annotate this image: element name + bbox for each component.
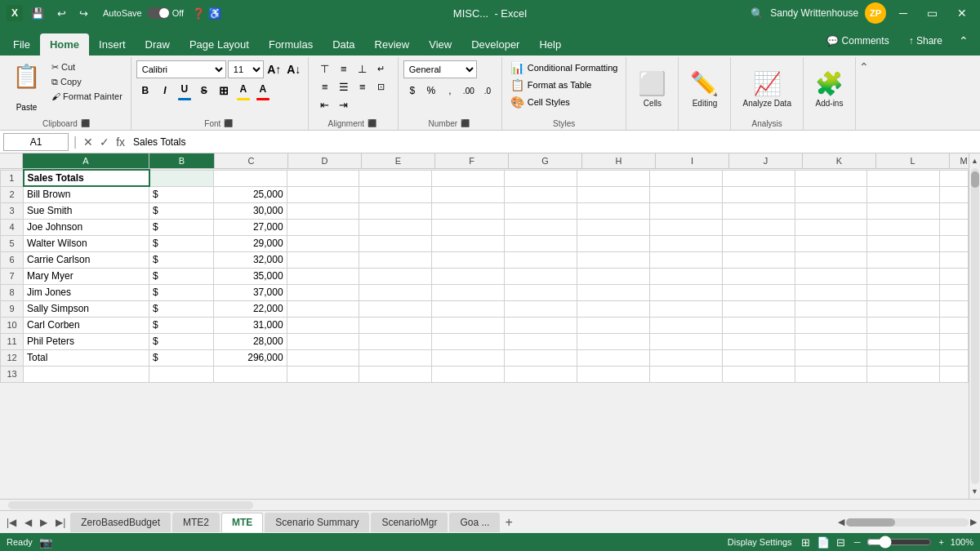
cell-i2[interactable] xyxy=(649,186,722,202)
col-header-g[interactable]: G xyxy=(509,153,582,168)
cell-k9[interactable] xyxy=(795,300,867,317)
share-button[interactable]: ↑ Share xyxy=(901,29,951,52)
scroll-track[interactable] xyxy=(971,168,979,484)
cell-i13[interactable] xyxy=(649,366,722,382)
tab-pagelayout[interactable]: Page Layout xyxy=(180,33,259,56)
cell-i12[interactable] xyxy=(649,349,722,366)
cell-l13[interactable] xyxy=(867,366,940,382)
cell-reference-input[interactable] xyxy=(3,133,69,151)
cell-a3[interactable]: Sue Smith xyxy=(24,202,149,219)
conditional-formatting-item[interactable]: 📊 Conditional Formatting xyxy=(507,60,621,75)
cell-k13[interactable] xyxy=(795,366,867,382)
cell-g3[interactable] xyxy=(505,202,577,219)
cell-i7[interactable] xyxy=(649,268,722,284)
hscroll-bar[interactable] xyxy=(846,518,969,527)
font-expand-icon[interactable]: ⬛ xyxy=(222,119,234,127)
cell-a8[interactable]: Jim Jones xyxy=(24,284,149,300)
cell-g2[interactable] xyxy=(505,186,577,202)
sheet-nav-last[interactable]: ▶| xyxy=(52,515,69,530)
cell-f13[interactable] xyxy=(432,366,505,382)
horizontal-scroll-thumb[interactable] xyxy=(8,501,253,509)
cell-c8[interactable]: 37,000 xyxy=(214,284,287,300)
tab-review[interactable]: Review xyxy=(365,33,420,56)
cell-h3[interactable] xyxy=(577,202,650,219)
col-header-b[interactable]: B xyxy=(149,153,215,168)
cell-h11[interactable] xyxy=(577,333,650,349)
cell-e2[interactable] xyxy=(359,186,432,202)
cell-a5[interactable]: Walter Wilson xyxy=(24,235,149,251)
zoom-minus-icon[interactable]: ─ xyxy=(854,537,861,547)
format-painter-button[interactable]: 🖌 Format Painter xyxy=(48,90,126,103)
align-right-button[interactable]: ≡ xyxy=(354,78,372,95)
cell-m2[interactable] xyxy=(940,186,969,202)
cell-i1[interactable] xyxy=(649,170,722,186)
cell-h1[interactable] xyxy=(577,170,650,186)
sheet-tab-scenariomgr[interactable]: ScenarioMgr xyxy=(371,513,448,532)
cell-d3[interactable] xyxy=(287,202,359,219)
accessibility-icon[interactable]: ♿ xyxy=(208,7,221,20)
cell-b8[interactable]: $ xyxy=(149,284,214,300)
cell-k4[interactable] xyxy=(795,219,867,235)
cell-h6[interactable] xyxy=(577,251,650,268)
cell-l12[interactable] xyxy=(867,349,940,366)
cell-l4[interactable] xyxy=(867,219,940,235)
cell-d7[interactable] xyxy=(287,268,359,284)
cell-c12[interactable]: 296,000 xyxy=(214,349,287,366)
cell-k8[interactable] xyxy=(795,284,867,300)
row-number-7[interactable]: 7 xyxy=(1,268,24,284)
cell-styles-item[interactable]: 🎨 Cell Styles xyxy=(507,95,621,109)
cell-d1[interactable] xyxy=(287,170,359,186)
col-header-e[interactable]: E xyxy=(362,153,435,168)
row-number-9[interactable]: 9 xyxy=(1,300,24,317)
quick-access-undo[interactable]: ↩ xyxy=(52,6,71,21)
cell-l2[interactable] xyxy=(867,186,940,202)
cell-f5[interactable] xyxy=(432,235,505,251)
cell-d12[interactable] xyxy=(287,349,359,366)
cell-f11[interactable] xyxy=(432,333,505,349)
tab-data[interactable]: Data xyxy=(323,33,364,56)
display-settings-label[interactable]: Display Settings xyxy=(728,537,792,547)
tab-view[interactable]: View xyxy=(419,33,461,56)
cell-h13[interactable] xyxy=(577,366,650,382)
tab-home[interactable]: Home xyxy=(40,33,89,56)
cell-m10[interactable] xyxy=(940,317,969,333)
sheet-tab-scenariosummary[interactable]: Scenario Summary xyxy=(265,513,369,532)
alignment-expand-icon[interactable]: ⬛ xyxy=(366,119,378,127)
row-number-13[interactable]: 13 xyxy=(1,366,24,382)
page-layout-view-button[interactable]: 📄 xyxy=(814,535,832,549)
cell-i11[interactable] xyxy=(649,333,722,349)
cell-i5[interactable] xyxy=(649,235,722,251)
cell-k1[interactable] xyxy=(795,170,867,186)
tab-file[interactable]: File xyxy=(3,33,40,56)
merge-center-button[interactable]: ⊡ xyxy=(372,78,390,95)
ribbon-expand-icon[interactable]: ⌃ xyxy=(954,33,973,49)
sheet-nav-prev[interactable]: ◀ xyxy=(21,515,35,530)
addins-button[interactable]: 🧩 Add-ins xyxy=(808,60,850,118)
cell-c5[interactable]: 29,000 xyxy=(214,235,287,251)
tab-draw[interactable]: Draw xyxy=(136,33,180,56)
quick-access-save[interactable]: 💾 xyxy=(26,6,49,21)
camera-icon[interactable]: 📷 xyxy=(39,536,52,549)
align-center-button[interactable]: ☰ xyxy=(335,78,353,95)
cell-e10[interactable] xyxy=(359,317,432,333)
cell-g9[interactable] xyxy=(505,300,577,317)
row-number-11[interactable]: 11 xyxy=(1,333,24,349)
cell-m7[interactable] xyxy=(940,268,969,284)
comma-button[interactable]: , xyxy=(441,82,459,99)
cell-l6[interactable] xyxy=(867,251,940,268)
cell-e1[interactable] xyxy=(359,170,432,186)
format-as-table-item[interactable]: 📋 Format as Table xyxy=(507,78,621,92)
scroll-thumb[interactable] xyxy=(971,171,979,188)
col-header-d[interactable]: D xyxy=(288,153,362,168)
scroll-up-icon[interactable]: ▲ xyxy=(969,155,980,167)
analyze-data-button[interactable]: 📈 Analyze Data xyxy=(736,60,797,118)
align-top-button[interactable]: ⊤ xyxy=(316,60,334,77)
col-header-f[interactable]: F xyxy=(435,153,509,168)
cell-l9[interactable] xyxy=(867,300,940,317)
copy-button[interactable]: ⧉ Copy xyxy=(48,75,126,89)
cell-m11[interactable] xyxy=(940,333,969,349)
decrease-decimal-button[interactable]: .00 xyxy=(460,82,478,99)
cell-h8[interactable] xyxy=(577,284,650,300)
cell-j6[interactable] xyxy=(722,251,795,268)
tab-formulas[interactable]: Formulas xyxy=(259,33,323,56)
